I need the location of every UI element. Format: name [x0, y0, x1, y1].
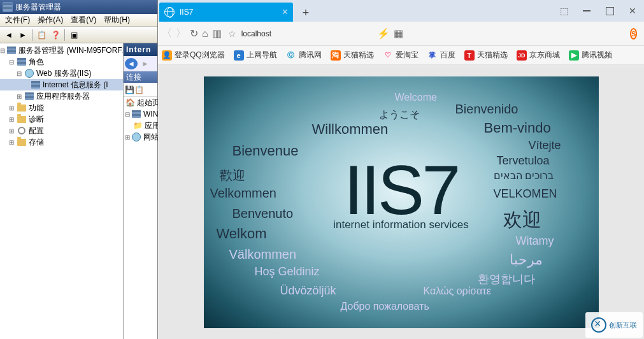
bookmark-nav[interactable]: e上网导航 [234, 50, 277, 61]
tab-favicon [164, 7, 175, 17]
sm-titlebar[interactable]: 服务器管理器 [0, 0, 157, 14]
address-bar: 〈 〉 ↻ ⌂ ▥ ☆ localhost ⚡ ▦ S 在此搜索 🔍 ↺ + ≡ [158, 22, 644, 46]
iis-icon [31, 80, 41, 90]
star-icon[interactable]: ☆ [228, 29, 236, 39]
conn-toolbar: 💾 📋 [124, 83, 157, 97]
watermark-logo-icon [591, 317, 606, 333]
welcome-word: 欢迎 [503, 207, 541, 233]
pool-icon: 📁 [132, 120, 143, 131]
bookmark-aitaobao[interactable]: ♡爱淘宝 [383, 50, 419, 61]
window-controls: ⬚ [552, 0, 644, 22]
tree-features[interactable]: ⊞功能 [0, 102, 123, 113]
tree-diag[interactable]: ⊞诊断 [0, 113, 123, 125]
server-icon [131, 109, 141, 119]
welcome-word: Καλώς ορίσατε [424, 285, 491, 297]
connect-head: 连接 [124, 71, 157, 83]
back-icon[interactable]: ◄ [125, 58, 138, 69]
minimize-button[interactable] [575, 2, 598, 20]
bookmark-bar: 👤登录QQ浏览器 e上网导航 Ⓠ腾讯网 淘天猫精选 ♡爱淘宝 掌百度 T天猫精选… [158, 46, 644, 65]
play-icon: ▶ [569, 50, 579, 61]
welcome-word: Welcome [395, 92, 437, 103]
expand-icon[interactable]: ⊞ [8, 104, 15, 112]
welcome-word: Witamy [516, 234, 554, 248]
expand-icon[interactable]: ⊞ [15, 92, 23, 100]
tool-back[interactable]: ◄ [3, 29, 15, 41]
expand-icon[interactable]: ⊟ [125, 110, 130, 118]
menu-file[interactable]: 文件(F) [1, 15, 34, 25]
tool-fwd[interactable]: ► [17, 29, 29, 41]
bookmark-tmall[interactable]: 淘天猫精选 [331, 50, 374, 61]
welcome-word: Bienvenue [233, 143, 299, 159]
expand-icon[interactable]: ⊟ [15, 69, 23, 77]
tmall-icon: 淘 [331, 50, 341, 61]
expand-icon[interactable]: ⊞ [8, 115, 15, 123]
menu-action[interactable]: 操作(A) [34, 15, 67, 25]
home-icon: 🏠 [125, 97, 135, 108]
conn-apppool[interactable]: 📁应用 [124, 120, 157, 131]
nav-forward[interactable]: 〉 [176, 25, 186, 43]
nav-reader[interactable]: ▥ [212, 25, 222, 43]
fwd-icon[interactable]: ► [139, 58, 152, 69]
tool-up[interactable]: 📋 [35, 29, 48, 41]
features-icon [17, 103, 27, 113]
conn-host[interactable]: ⊟WIN-M9 [124, 108, 157, 120]
globe-icon [24, 68, 34, 78]
tab-title: IIS7 [180, 8, 193, 17]
nav-back[interactable]: 〈 [162, 25, 172, 43]
conn-start[interactable]: 🏠起始页 [124, 97, 157, 108]
server-manager-window: 服务器管理器 文件(F) 操作(A) 查看(V) 帮助(H) ◄ ► 📋 ❓ ▣… [0, 0, 158, 339]
close-button[interactable] [621, 2, 644, 20]
expand-icon[interactable]: ⊞ [125, 133, 130, 141]
sogou-icon[interactable]: S [630, 28, 637, 40]
tree-config[interactable]: ⊞配置 [0, 125, 123, 136]
tree-roles[interactable]: ⊟角色 [0, 56, 123, 68]
maximize-button[interactable] [598, 2, 621, 20]
jd-icon: JD [517, 50, 527, 61]
qr-icon[interactable]: ▦ [394, 25, 403, 43]
bookmark-video[interactable]: ▶腾讯视频 [569, 50, 612, 61]
config-icon [17, 126, 27, 136]
bookmark-jd[interactable]: JD京东商城 [517, 50, 560, 61]
tree-storage[interactable]: ⊞存储 [0, 136, 123, 148]
iis-welcome: IIS7 internet information services Welco… [204, 76, 599, 328]
bookmark-tmall2[interactable]: T天猫精选 [464, 50, 508, 61]
right-head: Intern [124, 43, 157, 56]
info-icon[interactable]: 📋 [134, 85, 144, 94]
iis-heading: IIS7 [333, 158, 469, 221]
bookmark-tencent[interactable]: Ⓠ腾讯网 [286, 50, 322, 61]
nav-reload[interactable]: ↻ [190, 25, 198, 43]
menu-view[interactable]: 查看(V) [67, 15, 100, 25]
bookmark-baidu[interactable]: 掌百度 [427, 50, 455, 61]
tree-app[interactable]: ⊞应用程序服务器 [0, 90, 123, 102]
flash-icon[interactable]: ⚡ [377, 25, 390, 43]
sites-icon [131, 132, 141, 142]
baidu-icon: 掌 [427, 50, 438, 61]
nav-home[interactable]: ⌂ [202, 25, 208, 43]
welcome-word: Tervetuloa [497, 154, 550, 168]
save-icon[interactable]: 💾 [125, 85, 134, 94]
iis-logo: IIS7 internet information services [333, 158, 469, 231]
browser-viewport[interactable]: IIS7 internet information services Welco… [158, 65, 644, 339]
expand-icon[interactable]: ⊞ [8, 138, 15, 146]
new-tab-button[interactable]: + [297, 4, 315, 22]
menu-help[interactable]: 帮助(H) [100, 15, 134, 25]
tencent-icon: Ⓠ [286, 50, 296, 61]
skin-icon[interactable]: ⬚ [552, 2, 575, 20]
tree-root[interactable]: ⊟服务器管理器 (WIN-M95FORF1J9 [0, 45, 123, 56]
welcome-word: 환영합니다 [478, 271, 535, 287]
bookmark-qq[interactable]: 👤登录QQ浏览器 [162, 50, 225, 61]
url-box[interactable]: ☆ localhost [228, 29, 271, 39]
tool-stop[interactable]: ▣ [68, 29, 80, 41]
tree-web[interactable]: ⊟Web 服务器(IIS) [0, 68, 123, 79]
tab-close-icon[interactable]: × [282, 6, 288, 18]
tree-iis[interactable]: Internet 信息服务 (I [0, 79, 123, 90]
welcome-word: Bienvenido [455, 102, 519, 117]
expand-icon[interactable]: ⊟ [0, 47, 5, 54]
expand-icon[interactable]: ⊟ [8, 58, 15, 66]
tool-refresh[interactable]: ❓ [49, 29, 62, 41]
browser-tab[interactable]: IIS7 × [159, 3, 293, 22]
sm-tree[interactable]: ⊟服务器管理器 (WIN-M95FORF1J9 ⊟角色 ⊟Web 服务器(IIS… [0, 43, 124, 339]
url-text: localhost [241, 29, 271, 38]
expand-icon[interactable]: ⊞ [8, 127, 15, 134]
conn-sites[interactable]: ⊞网站 [124, 131, 157, 143]
